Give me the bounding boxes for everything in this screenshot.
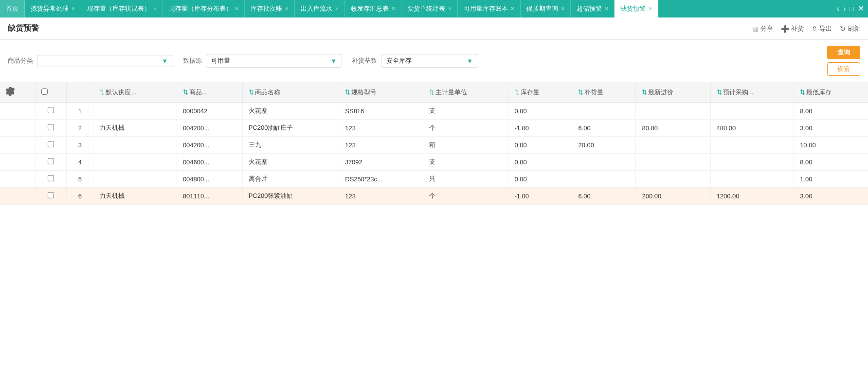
table-container: ⇅默认供应...⇅商品...⇅商品名称⇅规格型号⇅主计量单位⇅库存量⇅补货量⇅最… (0, 82, 868, 212)
tab-shortage[interactable]: 缺货预警 × (615, 0, 658, 18)
col-header-checkbox (35, 82, 67, 103)
col-header-estimated_purchase[interactable]: ⇅预计采购... (710, 82, 794, 103)
refresh-action[interactable]: ↻ 刷新 (840, 24, 860, 33)
tab-close-collect-summary[interactable]: × (392, 5, 395, 12)
tab-prev-button[interactable]: ‹ (835, 0, 841, 18)
col-header-min_stock[interactable]: ⇅最低库存 (794, 82, 868, 103)
header-actions: ▦ 分享 ➕ 补货 ⇧ 导出 ↻ 刷新 (752, 24, 860, 33)
row-checkbox[interactable] (48, 124, 54, 130)
share-action[interactable]: ▦ 分享 (752, 24, 773, 33)
replenish-filter-group: 补货基数 安全库存 ▼ (352, 54, 478, 68)
page-content: 缺货预警 ▦ 分享 ➕ 补货 ⇧ 导出 ↻ 刷新 商品分类 (0, 18, 868, 387)
row-stock: 0.00 (508, 154, 572, 171)
tab-inventory-status[interactable]: 现存量（库存状况表） × (81, 0, 163, 18)
datasource-value: 可用量 (211, 56, 230, 65)
tab-abnormal[interactable]: 拣货异常处理 × (25, 0, 81, 18)
row-checkbox[interactable] (48, 107, 54, 113)
tab-label-available-ledger: 可用量库存账本 (464, 4, 508, 13)
tab-order-stat[interactable]: 要货单统计表 × (401, 0, 458, 18)
row-replenish_qty: 6.00 (572, 188, 636, 205)
tab-home[interactable]: 首页 (0, 0, 25, 18)
tab-expiry-query[interactable]: 保质期查询 × (521, 0, 571, 18)
col-header-product_name[interactable]: ⇅商品名称 (242, 82, 339, 103)
col-header-latest_price[interactable]: ⇅最新进价 (636, 82, 710, 103)
tab-close-shortage[interactable]: × (649, 5, 652, 12)
sort-icon-latest_price: ⇅ (642, 88, 647, 96)
row-product_code: 004800... (177, 171, 242, 188)
filter-bar: 商品分类 ▼ 数据源 可用量 ▼ 补货基数 安全库存 ▼ 查询 设置 (0, 40, 868, 82)
select-all-checkbox[interactable] (41, 88, 48, 95)
col-header-product_code[interactable]: ⇅商品... (177, 82, 242, 103)
tab-close-inout-flow[interactable]: × (335, 5, 339, 12)
row-unit: 个 (423, 120, 508, 137)
tab-close-overstock[interactable]: × (605, 5, 608, 12)
tab-label-inventory-status: 现存量（库存状况表） (87, 4, 150, 13)
row-spec: DS250*23c... (339, 171, 423, 188)
tab-close-button[interactable]: ✕ (856, 0, 866, 18)
export-action[interactable]: ⇧ 导出 (812, 24, 832, 33)
tab-available-ledger[interactable]: 可用量库存账本 × (458, 0, 521, 18)
tab-inventory-dist[interactable]: 现存量（库存分布表） × (163, 0, 245, 18)
query-button[interactable]: 查询 (827, 46, 860, 59)
row-estimated_purchase (710, 137, 794, 154)
sort-icon-supplier: ⇅ (99, 88, 105, 96)
replenish-action[interactable]: ➕ 补货 (781, 24, 804, 33)
tab-close-expiry-query[interactable]: × (561, 5, 564, 12)
row-checkbox[interactable] (48, 192, 54, 198)
tab-label-inventory-dist: 现存量（库存分布表） (169, 4, 232, 13)
tab-close-inventory-dist[interactable]: × (235, 5, 238, 12)
row-num: 4 (67, 154, 93, 171)
tab-close-available-ledger[interactable]: × (511, 5, 514, 12)
row-checkbox[interactable] (48, 175, 54, 181)
col-header-supplier[interactable]: ⇅默认供应... (93, 82, 177, 103)
datasource-select[interactable]: 可用量 ▼ (206, 54, 342, 68)
sort-icon-product_code: ⇅ (183, 88, 188, 96)
row-settings-cell (0, 137, 35, 154)
tab-close-abnormal[interactable]: × (72, 5, 75, 12)
replenish-dropdown-arrow: ▼ (467, 57, 473, 65)
tab-overstock[interactable]: 超储预警 × (571, 0, 615, 18)
tab-close-batch-account[interactable]: × (285, 5, 289, 12)
row-latest_price (636, 154, 710, 171)
tab-batch-account[interactable]: 库存批次账 × (245, 0, 295, 18)
row-settings-cell (0, 120, 35, 137)
settings-button[interactable]: 设置 (827, 62, 860, 76)
tab-next-button[interactable]: › (841, 0, 848, 18)
tab-close-order-stat[interactable]: × (448, 5, 452, 12)
category-select[interactable]: ▼ (37, 55, 173, 67)
gear-icon[interactable] (6, 87, 15, 96)
table-row: 5004800...离合片DS250*23c...只0.001.00 (0, 171, 868, 188)
row-min_stock: 1.00 (794, 171, 868, 188)
row-checkbox-cell (35, 171, 67, 188)
table-row: 2力天机械004200...PC200油缸庄子123个-1.006.0080.0… (0, 120, 868, 137)
row-replenish_qty: 6.00 (572, 120, 636, 137)
row-spec: J7092 (339, 154, 423, 171)
tab-inout-flow[interactable]: 出入库流水 × (295, 0, 345, 18)
category-filter-group: 商品分类 ▼ (8, 55, 173, 67)
col-header-spec[interactable]: ⇅规格型号 (339, 82, 423, 103)
row-estimated_purchase (710, 154, 794, 171)
col-header-replenish_qty[interactable]: ⇅补货量 (572, 82, 636, 103)
col-header-unit[interactable]: ⇅主计量单位 (423, 82, 508, 103)
col-header-stock[interactable]: ⇅库存量 (508, 82, 572, 103)
row-latest_price: 200.00 (636, 188, 710, 205)
row-product_code: 801110... (177, 188, 242, 205)
row-num: 2 (67, 120, 93, 137)
col-header-num (67, 82, 93, 103)
tab-label-expiry-query: 保质期查询 (526, 4, 558, 13)
row-checkbox[interactable] (48, 158, 54, 164)
row-num: 1 (67, 103, 93, 120)
row-checkbox[interactable] (48, 141, 54, 147)
row-supplier: 力天机械 (93, 188, 177, 205)
row-product_name: PC200油缸庄子 (242, 120, 339, 137)
tab-label-order-stat: 要货单统计表 (407, 4, 445, 13)
replenish-select[interactable]: 安全库存 ▼ (381, 54, 478, 68)
tab-restore-button[interactable]: □ (848, 0, 856, 18)
filter-actions: 查询 设置 (827, 46, 860, 76)
tab-collect-summary[interactable]: 收发存汇总表 × (345, 0, 401, 18)
row-checkbox-cell (35, 188, 67, 205)
col-header-settings (0, 82, 35, 103)
tab-close-inventory-status[interactable]: × (153, 5, 157, 12)
replenish-label: 补货基数 (352, 56, 377, 65)
row-latest_price (636, 171, 710, 188)
